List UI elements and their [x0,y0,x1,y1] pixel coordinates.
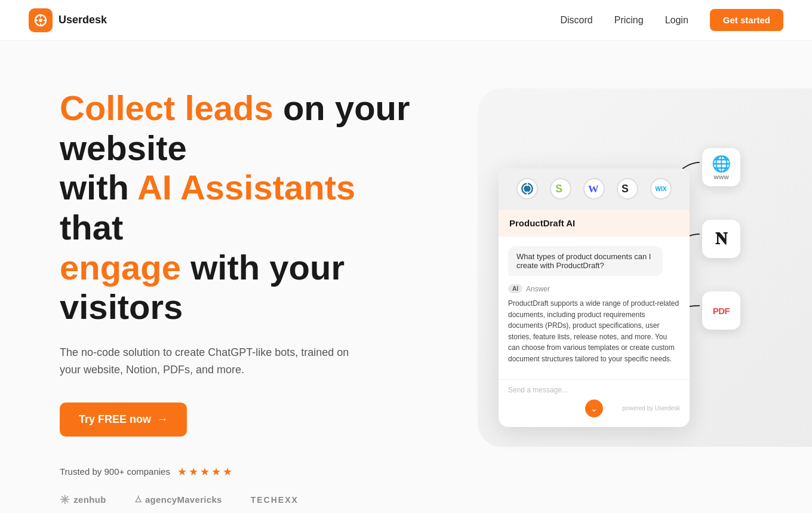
float-notion-icon: 𝐍 [702,220,740,258]
answer-badge: AI [508,284,522,293]
techexx-logo: TECHEXX [251,495,299,505]
hero-subtext: The no-code solution to create ChatGPT-l… [60,344,370,379]
heading-collect-leads: Collect leads [60,88,273,127]
svg-text:W: W [588,183,599,195]
notion-letter: 𝐍 [715,229,727,249]
star-2: ★ [189,465,198,478]
globe-icon: 🌐 [712,155,731,173]
float-pdf-icon: PDF [702,291,740,330]
try-free-arrow: → [157,413,168,426]
trusted-row: Trusted by 900+ companies ★ ★ ★ ★ ★ [60,465,412,478]
svg-point-1 [39,19,42,22]
heading-ai-assistants: AI Assistants [137,168,355,207]
heading-engage: engage [60,248,181,287]
try-free-label: Try FREE now [79,413,151,426]
svg-text:S: S [555,183,562,195]
nav-login[interactable]: Login [665,15,688,26]
navbar: Userdesk Discord Pricing Login Get start… [0,0,812,41]
chat-widget: S W S WIX ProductDraft AI What types of … [499,168,690,427]
hero-heading: Collect leads on your websitewith AI Ass… [60,88,412,327]
agencymavericks-icon: ⧊ [135,495,142,505]
wordpress-icon [516,178,538,199]
chat-scroll-button[interactable]: ⌄ [585,400,603,417]
powered-by-text: powered by Userdesk [622,405,680,411]
chat-header: ProductDraft AI [499,210,690,236]
squarespace-icon: S [617,178,638,199]
answer-label-row: AI Answer [508,284,680,293]
chat-body: What types of product documents can I cr… [499,236,690,379]
user-message-bubble: What types of product documents can I cr… [508,246,663,276]
webflow-icon: W [583,178,605,199]
zenhub-logo: ✳ zenhub [60,493,106,507]
zenhub-label: zenhub [73,494,106,505]
agencymavericks-label: agencyMavericks [145,494,222,505]
get-started-button[interactable]: Get started [710,9,783,31]
try-free-button[interactable]: Try FREE now → [60,403,187,437]
company-logos: ✳ zenhub ⧊ agencyMavericks TECHEXX [60,493,412,507]
agencymavericks-logo: ⧊ agencyMavericks [135,494,222,505]
wix-icon: WIX [650,178,672,199]
trusted-text: Trusted by 900+ companies [60,466,170,477]
heading-that: that [60,208,123,247]
techexx-label: TECHEXX [251,495,299,505]
send-placeholder: Send a message... [508,386,680,394]
hero-right: 🌐 WWW 𝐍 PDF [412,118,764,477]
answer-section: AI Answer ProductDraft supports a wide r… [508,284,680,365]
shopify-icon: S [550,178,571,199]
star-4: ★ [211,465,221,478]
star-ratings: ★ ★ ★ ★ ★ [177,465,232,478]
logo[interactable]: Userdesk [29,8,107,32]
logo-text: Userdesk [59,14,107,26]
svg-text:S: S [622,183,629,195]
platform-icons-bar: S W S WIX [499,168,690,210]
star-3: ★ [200,465,210,478]
logo-icon [29,8,53,32]
nav-pricing[interactable]: Pricing [614,15,644,26]
nav-links: Discord Pricing Login Get started [561,9,784,31]
float-www-icon: 🌐 WWW [702,148,740,186]
nav-discord[interactable]: Discord [561,15,593,26]
hero-section: Collect leads on your websitewith AI Ass… [0,41,812,513]
hero-left: Collect leads on your websitewith AI Ass… [60,88,412,507]
answer-text: ProductDraft supports a wide range of pr… [508,298,680,365]
zenhub-icon: ✳ [60,493,70,507]
star-1: ★ [177,465,187,478]
pdf-label: PDF [713,306,730,316]
answer-text-label: Answer [526,285,550,293]
chat-footer[interactable]: Send a message... [499,379,690,400]
star-5: ★ [223,465,232,478]
